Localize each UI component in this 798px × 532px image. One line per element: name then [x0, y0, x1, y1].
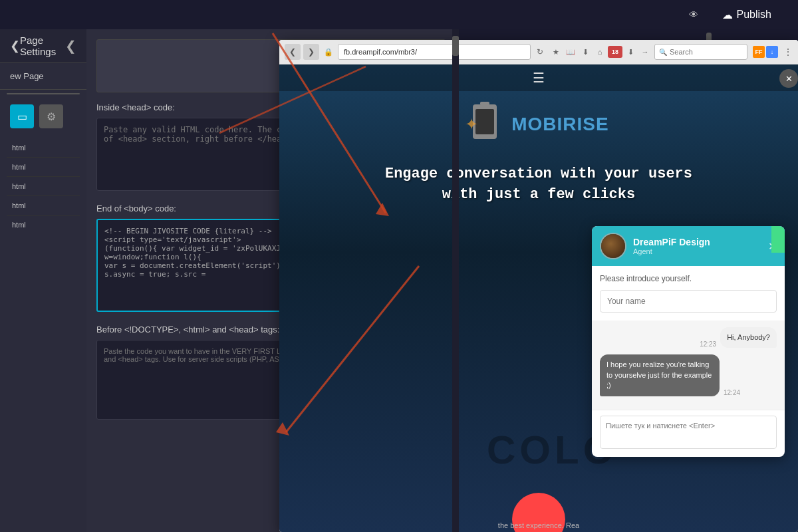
browser-reload-button[interactable]: ↻	[533, 45, 547, 59]
browser-ext-icon-2[interactable]: ↓	[766, 46, 778, 58]
page-settings-header: ❮ Page Settings ❮	[0, 29, 86, 63]
chat-online-indicator	[771, 226, 785, 253]
sidebar-item-html-2[interactable]: html	[0, 158, 86, 176]
chat-bubble-sent: Hi, Anybody?	[720, 327, 777, 348]
chat-time-2: 12:24	[724, 389, 740, 396]
chat-widget: DreamPiF Design Agent ✕ Please introduce…	[592, 226, 785, 457]
chat-message-received: I hope you realize you're talking to you…	[600, 354, 777, 396]
browser-home-icon[interactable]: ⌂	[593, 45, 606, 59]
chat-agent-name: DreamPiF Design	[633, 237, 761, 247]
browser-forward-button[interactable]: ❯	[303, 44, 319, 60]
sidebar: ❮ Page Settings ❮ ew Page ▭ ⚙ html html …	[0, 29, 86, 532]
chat-header: DreamPiF Design Agent ✕	[592, 226, 785, 266]
sidebar-icon-group: ▭ ⚙	[0, 98, 86, 135]
browser-download-icon[interactable]: ⬇	[579, 45, 592, 59]
browser-info-icon[interactable]: 🔒	[322, 45, 335, 59]
bottom-text: the best experience. Rea	[498, 521, 579, 529]
chat-avatar	[600, 233, 626, 259]
eye-icon: 👁	[689, 9, 698, 20]
website-menubar: ☰	[279, 65, 798, 91]
browser-more-button[interactable]: ⋮	[783, 47, 793, 57]
browser-ext-icon-1[interactable]: FF	[753, 46, 765, 58]
publish-label: Publish	[737, 9, 771, 21]
page-icon-button[interactable]: ▭	[10, 104, 34, 128]
website-headline: Engage conversation with your users with…	[279, 158, 798, 212]
back-icon[interactable]: ❮	[10, 39, 20, 53]
sidebar-item-html-5[interactable]: html	[0, 215, 86, 234]
new-page-label: ew Page	[0, 63, 86, 90]
browser-search-bar: 🔍	[654, 44, 747, 60]
close-icon[interactable]: ❮	[65, 38, 76, 54]
browser-ext-icons: FF ↓	[753, 46, 778, 58]
browser-bookmark-icon[interactable]: ★	[549, 45, 563, 59]
browser-addon-icon[interactable]: 18	[608, 46, 622, 58]
website-logo-area: ✦ MOBIRISE	[279, 91, 798, 158]
chat-body: Please introduce yourself.	[592, 266, 785, 321]
browser-url-bar[interactable]	[338, 44, 531, 60]
chat-header-info: DreamPiF Design Agent	[633, 237, 761, 255]
browser-close-button[interactable]: ✕	[779, 69, 798, 88]
headline-line2: with just a few clicks	[306, 185, 771, 205]
chat-text-input[interactable]	[600, 416, 777, 449]
chat-input-area	[592, 410, 785, 457]
chat-intro-text: Please introduce yourself.	[600, 274, 777, 283]
cloud-icon: ☁	[722, 9, 733, 21]
sidebar-nav: html html html html html	[0, 135, 86, 532]
browser-down-icon[interactable]: ⬇	[624, 45, 637, 59]
website-menu-icon[interactable]: ☰	[533, 70, 545, 86]
sidebar-item-html-1[interactable]: html	[0, 138, 86, 157]
chat-messages: 12:23 Hi, Anybody? I hope you realize yo…	[592, 321, 785, 410]
chat-bubble-received: I hope you realize you're talking to you…	[600, 354, 720, 396]
preview-button[interactable]: 👁	[678, 4, 709, 25]
settings-icon-button[interactable]: ⚙	[39, 104, 63, 128]
sidebar-item-html-4[interactable]: html	[0, 196, 86, 215]
browser-search-icon: 🔍	[659, 49, 667, 56]
sidebar-item-html-3[interactable]: html	[0, 177, 86, 196]
chat-message-sent: 12:23 Hi, Anybody?	[600, 327, 777, 348]
chat-name-input[interactable]	[600, 290, 777, 313]
chat-agent-role: Agent	[633, 247, 761, 255]
browser-back-button[interactable]: ❮	[285, 44, 301, 60]
browser-reading-icon[interactable]: 📖	[564, 45, 577, 59]
publish-button[interactable]: ☁ Publish	[709, 3, 785, 27]
headline-line1: Engage conversation with your users	[306, 164, 771, 185]
browser-search-input[interactable]	[670, 48, 723, 56]
browser-arrow-icon[interactable]: →	[638, 45, 652, 59]
browser-icons-group: ★ 📖 ⬇ ⌂ 18 ⬇ →	[549, 45, 652, 59]
top-header: 👁 ☁ Publish	[0, 0, 798, 29]
chat-time-1: 12:23	[700, 340, 716, 348]
page-settings-title: Page Settings	[20, 35, 65, 57]
website-logo-text: MOBIRISE	[511, 114, 608, 135]
browser-toolbar: ❮ ❯ 🔒 ↻ ★ 📖 ⬇ ⌂ 18 ⬇ → 🔍 FF ↓ ⋮	[279, 40, 798, 65]
